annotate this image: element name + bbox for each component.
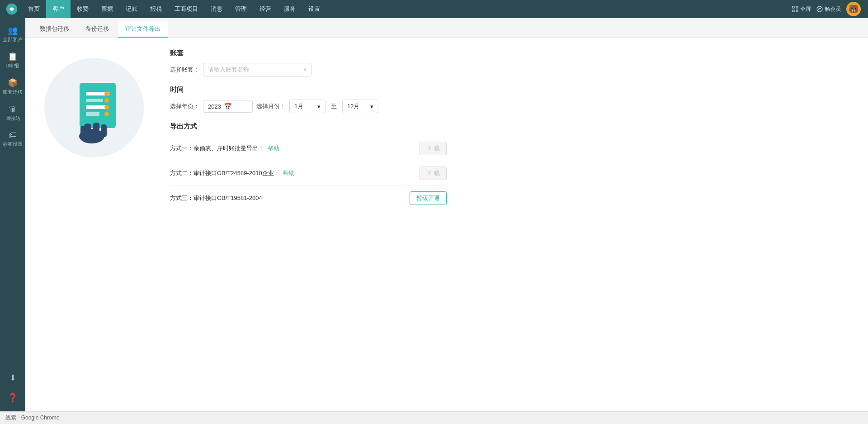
svg-rect-9 bbox=[86, 99, 103, 102]
time-row: 选择年份： 2023 📅 选择月份： 1月 ▾ 至 12月 bbox=[170, 100, 447, 113]
range-separator: 至 bbox=[329, 102, 339, 110]
sidebar: 👥 全部客户 📋 0申报 📦 账套迁移 🗑 回收站 🏷 标签设置 ⬇ ❓ bbox=[0, 18, 25, 411]
svg-point-6 bbox=[817, 6, 822, 12]
all-customers-icon: 👥 bbox=[8, 25, 18, 35]
nav-service[interactable]: 服务 bbox=[278, 0, 302, 18]
nav-tax[interactable]: 报税 bbox=[144, 0, 168, 18]
nav-customer[interactable]: 客户 bbox=[46, 0, 71, 18]
month-end-select[interactable]: 12月 ▾ bbox=[342, 100, 378, 113]
nav-right: 全屏 畅会员 🐻 bbox=[792, 2, 868, 16]
page-content: 账套 选择账套： 请输入账套名称 ▾ 时间 选择年份： 2023 bbox=[25, 38, 868, 411]
sidebar-item-recycle[interactable]: 🗑 回收站 bbox=[1, 101, 24, 125]
method-row-2: 方式二：审计接口GB/T24589-2010企业： 帮助 下 载 bbox=[170, 161, 447, 186]
content-area: 数据包迁移 备份迁移 审计文件导出 bbox=[25, 18, 868, 411]
recycle-icon: 🗑 bbox=[9, 105, 17, 114]
illustration-circle bbox=[44, 58, 144, 157]
tab-audit-export[interactable]: 审计文件导出 bbox=[118, 21, 168, 38]
method-2-label: 方式二：审计接口GB/T24589-2010企业： 帮助 bbox=[170, 169, 420, 177]
svg-rect-10 bbox=[86, 105, 106, 109]
method-3-text: 方式三：审计接口GB/T19581-2004 bbox=[170, 195, 262, 201]
sidebar-item-label-tag-settings: 标签设置 bbox=[3, 141, 23, 147]
sidebar-item-label-account-migration: 账套迁移 bbox=[3, 89, 23, 95]
tab-bar: 数据包迁移 备份迁移 审计文件导出 bbox=[25, 18, 868, 38]
sidebar-item-account-migration[interactable]: 📦 账套迁移 bbox=[1, 74, 24, 99]
account-placeholder: 请输入账套名称 bbox=[208, 66, 249, 74]
nav-fees[interactable]: 收费 bbox=[71, 0, 95, 18]
status-text: 线索 - Google Chrome bbox=[5, 414, 59, 422]
nav-settings[interactable]: 设置 bbox=[302, 0, 326, 18]
year-label: 选择年份： bbox=[170, 102, 199, 110]
main-layout: 👥 全部客户 📋 0申报 📦 账套迁移 🗑 回收站 🏷 标签设置 ⬇ ❓ 数据包… bbox=[0, 18, 868, 411]
sidebar-item-tag-settings[interactable]: 🏷 标签设置 bbox=[1, 127, 24, 151]
svg-rect-20 bbox=[80, 126, 87, 137]
sidebar-item-label-all-customers: 全部客户 bbox=[3, 37, 23, 43]
svg-rect-18 bbox=[93, 123, 99, 137]
nav-manage[interactable]: 管理 bbox=[229, 0, 253, 18]
method-2-text: 方式二：审计接口GB/T24589-2010企业： bbox=[170, 170, 280, 176]
month-start-arrow-icon: ▾ bbox=[317, 103, 321, 110]
method-1-label: 方式一：余额表、序时账批量导出： 帮助 bbox=[170, 144, 420, 152]
tab-data-migration[interactable]: 数据包迁移 bbox=[33, 21, 76, 38]
svg-rect-3 bbox=[796, 6, 798, 8]
account-section-title: 账套 bbox=[170, 49, 447, 57]
sidebar-item-zero-declaration[interactable]: 📋 0申报 bbox=[1, 48, 24, 72]
calendar-icon: 📅 bbox=[224, 103, 231, 110]
tab-backup-migration[interactable]: 备份迁移 bbox=[78, 21, 116, 38]
nav-home[interactable]: 首页 bbox=[22, 0, 46, 18]
month-end-value: 12月 bbox=[347, 102, 359, 110]
zero-declaration-icon: 📋 bbox=[8, 52, 18, 62]
month-start-value: 1月 bbox=[294, 102, 303, 110]
method-2-download-btn: 下 载 bbox=[420, 167, 447, 180]
fullscreen-label: 全屏 bbox=[800, 5, 811, 13]
method-3-pending-btn[interactable]: 暂缓开通 bbox=[410, 191, 447, 205]
nav-business[interactable]: 工商项目 bbox=[168, 0, 204, 18]
form-section: 账套 选择账套： 请输入账套名称 ▾ 时间 选择年份： 2023 bbox=[170, 49, 447, 210]
time-section-title: 时间 bbox=[170, 86, 447, 94]
year-input[interactable]: 2023 📅 bbox=[203, 100, 253, 113]
export-section-title: 导出方式 bbox=[170, 122, 447, 131]
sidebar-bottom: ⬇ ❓ bbox=[0, 370, 25, 411]
export-container: 账套 选择账套： 请输入账套名称 ▾ 时间 选择年份： 2023 bbox=[40, 49, 447, 210]
svg-rect-2 bbox=[793, 6, 794, 8]
month-start-select[interactable]: 1月 ▾ bbox=[289, 100, 326, 113]
tag-settings-icon: 🏷 bbox=[9, 130, 17, 140]
svg-point-12 bbox=[104, 91, 109, 96]
account-arrow-icon: ▾ bbox=[304, 67, 307, 73]
sidebar-help-btn[interactable]: ❓ bbox=[1, 390, 24, 406]
illustration bbox=[40, 49, 148, 167]
sidebar-item-all-customers[interactable]: 👥 全部客户 bbox=[1, 22, 24, 46]
svg-point-1 bbox=[10, 8, 14, 11]
svg-rect-4 bbox=[793, 10, 794, 12]
vip-btn[interactable]: 畅会员 bbox=[816, 5, 841, 13]
svg-rect-5 bbox=[796, 10, 798, 12]
account-row: 选择账套： 请输入账套名称 ▾ bbox=[170, 63, 447, 76]
svg-point-13 bbox=[104, 98, 109, 103]
status-bar: 线索 - Google Chrome bbox=[0, 411, 868, 424]
vip-label: 畅会员 bbox=[825, 5, 841, 13]
year-value: 2023 bbox=[208, 103, 221, 110]
svg-rect-19 bbox=[101, 124, 107, 137]
sidebar-download-btn[interactable]: ⬇ bbox=[1, 370, 24, 386]
sidebar-item-label-recycle: 回收站 bbox=[5, 115, 20, 121]
sidebar-item-label-zero-declaration: 0申报 bbox=[6, 63, 19, 69]
method-2-help[interactable]: 帮助 bbox=[283, 170, 295, 176]
method-3-label: 方式三：审计接口GB/T19581-2004 bbox=[170, 194, 410, 202]
export-methods-section: 导出方式 方式一：余额表、序时账批量导出： 帮助 下 载 方式二：审计接口GB/… bbox=[170, 122, 447, 210]
svg-point-15 bbox=[104, 112, 109, 116]
nav-bookkeeping[interactable]: 记账 bbox=[119, 0, 144, 18]
svg-point-14 bbox=[104, 105, 109, 110]
nav-invoice[interactable]: 票据 bbox=[95, 0, 119, 18]
nav-operation[interactable]: 经营 bbox=[253, 0, 278, 18]
method-row-1: 方式一：余额表、序时账批量导出： 帮助 下 载 bbox=[170, 136, 447, 161]
account-migration-icon: 📦 bbox=[8, 78, 18, 88]
month-end-arrow-icon: ▾ bbox=[370, 103, 373, 110]
user-avatar[interactable]: 🐻 bbox=[846, 2, 861, 16]
fullscreen-btn[interactable]: 全屏 bbox=[792, 5, 811, 13]
method-row-3: 方式三：审计接口GB/T19581-2004 暂缓开通 bbox=[170, 186, 447, 210]
nav-message[interactable]: 消息 bbox=[204, 0, 229, 18]
top-nav: 首页 客户 收费 票据 记账 报税 工商项目 消息 管理 经营 服务 设置 全屏… bbox=[0, 0, 868, 18]
account-select[interactable]: 请输入账套名称 ▾ bbox=[203, 63, 311, 76]
method-1-text: 方式一：余额表、序时账批量导出： bbox=[170, 145, 264, 152]
method-1-help[interactable]: 帮助 bbox=[268, 145, 279, 152]
app-logo[interactable] bbox=[4, 1, 20, 17]
